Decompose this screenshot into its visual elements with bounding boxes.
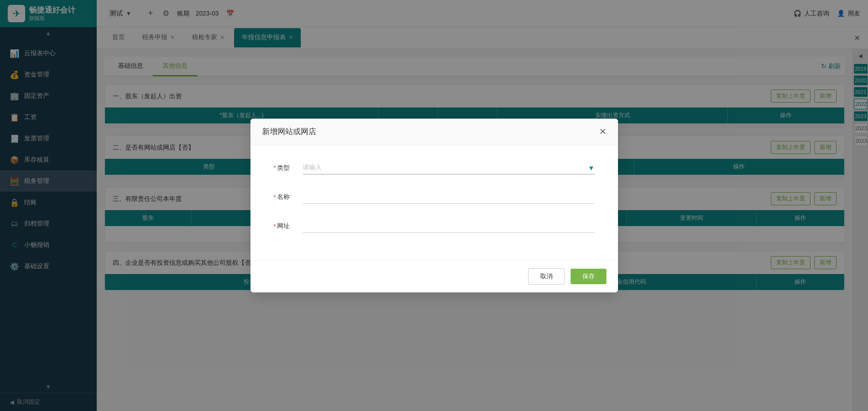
modal-title: 新增网站或网店 xyxy=(262,127,316,137)
cancel-button[interactable]: 取消 xyxy=(528,268,565,285)
url-label: * 网址 xyxy=(274,222,303,230)
url-field xyxy=(303,219,595,233)
form-item-name: * 名称 xyxy=(274,190,595,204)
type-field: ▼ xyxy=(303,161,595,175)
form-item-type: * 类型 ▼ xyxy=(274,161,595,175)
modal-header: 新增网站或网店 ✕ xyxy=(250,119,618,145)
required-star-url: * xyxy=(274,223,276,230)
required-star-type: * xyxy=(274,164,276,171)
modal-overlay[interactable]: 新增网站或网店 ✕ * 类型 ▼ * 名称 xyxy=(0,0,868,411)
url-input[interactable] xyxy=(303,219,595,233)
name-field xyxy=(303,190,595,204)
name-input[interactable] xyxy=(303,190,595,204)
type-label: * 类型 xyxy=(274,164,303,172)
modal-body: * 类型 ▼ * 名称 xyxy=(250,145,618,260)
form-item-url: * 网址 xyxy=(274,219,595,233)
name-label: * 名称 xyxy=(274,193,303,201)
save-button[interactable]: 保存 xyxy=(571,269,606,284)
modal-add-website: 新增网站或网店 ✕ * 类型 ▼ * 名称 xyxy=(250,119,618,292)
modal-footer: 取消 保存 xyxy=(250,260,618,292)
type-input[interactable] xyxy=(303,161,595,174)
required-star-name: * xyxy=(274,194,276,201)
modal-close-button[interactable]: ✕ xyxy=(599,126,606,137)
